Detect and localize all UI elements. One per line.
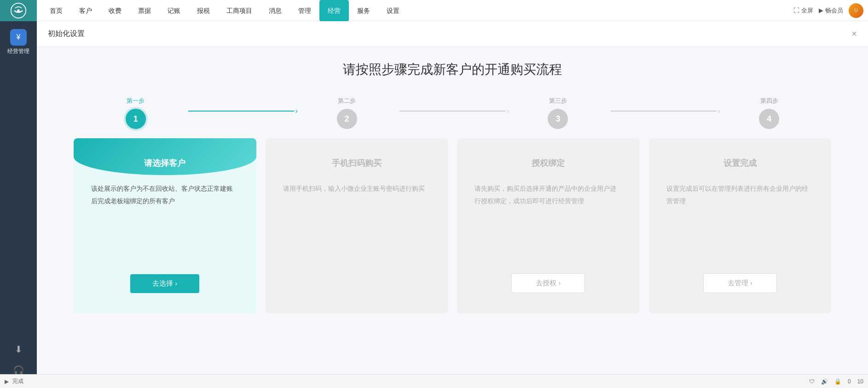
card-3-action: 去授权 › bbox=[468, 264, 629, 302]
play-icon: ▶ bbox=[819, 7, 823, 14]
sidebar: ¥ 经营管理 ⬇ 🎧 bbox=[0, 21, 37, 388]
shield-icon: 🛡 bbox=[809, 378, 815, 385]
cards-row: 请选择客户 该处展示的客户为不在回收站、客户状态正常建账后完成老板端绑定的所有客… bbox=[55, 138, 850, 313]
card-2-header: 手机扫码购买 bbox=[277, 149, 437, 175]
taskbar-left: ▶ 完成 bbox=[5, 377, 23, 385]
nav-item-fee[interactable]: 收费 bbox=[100, 0, 130, 21]
wizard-heading: 请按照步骤完成新客户的开通购买流程 bbox=[55, 61, 850, 78]
wizard-container: 请按照步骤完成新客户的开通购买流程 第一步 1 › 第二步 2 › bbox=[37, 47, 868, 327]
arrow-3: › bbox=[611, 111, 716, 112]
card-4-action: 去管理 › bbox=[660, 264, 821, 302]
wifi-label: 0 bbox=[848, 378, 851, 385]
nav-item-management[interactable]: 管理 bbox=[290, 0, 319, 21]
card-2: 手机扫码购买 请用手机扫码，输入小微企业主账号密码进行购买 bbox=[266, 138, 448, 313]
step-3-node: 第三步 3 bbox=[505, 97, 611, 129]
card-3: 授权绑定 请先购买，购买后选择开通的产品中的企业用户进行授权绑定，成功后即可进行… bbox=[457, 138, 640, 313]
nav-item-message[interactable]: 消息 bbox=[260, 0, 290, 21]
card-1-desc-area: 该处展示的客户为不在回收站、客户状态正常建账后完成老板端绑定的所有客户 bbox=[85, 175, 245, 265]
nav-item-tax[interactable]: 报税 bbox=[189, 0, 218, 21]
step-1-circle: 1 bbox=[126, 109, 146, 129]
step-3-label: 第三步 bbox=[549, 97, 567, 105]
steps-row: 第一步 1 › 第二步 2 › 第三步 bbox=[55, 97, 850, 129]
card-1-desc: 该处展示的客户为不在回收站、客户状态正常建账后完成老板端绑定的所有客户 bbox=[91, 182, 239, 207]
taskbar-play-icon: ▶ bbox=[5, 378, 9, 385]
user-avatar[interactable]: U bbox=[849, 3, 863, 18]
nav-item-settings[interactable]: 设置 bbox=[378, 0, 408, 21]
nav-item-operation[interactable]: 经营 bbox=[319, 0, 349, 21]
card-3-desc-area: 请先购买，购买后选择开通的产品中的企业用户进行授权绑定，成功后即可进行经营管理 bbox=[468, 175, 629, 264]
card-3-btn[interactable]: 去授权 › bbox=[511, 273, 585, 293]
app-logo bbox=[0, 0, 37, 21]
card-4-title: 设置完成 bbox=[723, 159, 757, 168]
step-2-label: 第二步 bbox=[338, 97, 356, 105]
card-1-btn[interactable]: 去选择 › bbox=[130, 274, 199, 293]
card-2-desc-area: 请用手机扫码，输入小微企业主账号密码进行购买 bbox=[277, 175, 437, 202]
fullscreen-btn[interactable]: ⛶ 全屏 bbox=[793, 6, 813, 15]
step-1-label: 第一步 bbox=[127, 97, 145, 105]
page-title: 初始化设置 bbox=[48, 29, 85, 39]
nav-item-accounting[interactable]: 记账 bbox=[159, 0, 189, 21]
step-3-circle: 3 bbox=[548, 109, 568, 129]
nav-right: ⛶ 全屏 ▶ 畅会员 U bbox=[793, 3, 863, 18]
nav-item-service[interactable]: 服务 bbox=[349, 0, 378, 21]
arrow-1: › bbox=[188, 111, 294, 112]
close-button[interactable]: × bbox=[851, 29, 857, 39]
step-2-node: 第二步 2 bbox=[294, 97, 399, 129]
sidebar-item-operation[interactable]: ¥ 经营管理 bbox=[0, 26, 37, 58]
card-3-desc: 请先购买，购买后选择开通的产品中的企业用户进行授权绑定，成功后即可进行经营管理 bbox=[475, 182, 622, 207]
step-4-node: 第四步 4 bbox=[717, 97, 822, 129]
step-4-circle: 4 bbox=[759, 109, 779, 129]
volume-icon: 🔊 bbox=[821, 378, 828, 385]
sidebar-bottom: ⬇ 🎧 bbox=[10, 341, 27, 379]
card-1-title: 请选择客户 bbox=[144, 159, 185, 168]
card-1: 请选择客户 该处展示的客户为不在回收站、客户状态正常建账后完成老板端绑定的所有客… bbox=[74, 138, 256, 313]
card-1-action: 去选择 › bbox=[85, 265, 245, 302]
download-icon[interactable]: ⬇ bbox=[10, 341, 27, 358]
card-2-title: 手机扫码购买 bbox=[332, 159, 382, 168]
arrow-2: › bbox=[399, 111, 505, 112]
taskbar-status: 完成 bbox=[12, 377, 23, 385]
card-4-btn[interactable]: 去管理 › bbox=[703, 273, 777, 293]
nav-item-invoice[interactable]: 票据 bbox=[130, 0, 159, 21]
card-4-header: 设置完成 bbox=[660, 149, 821, 175]
nav-items: 首页 客户 收费 票据 记账 报税 工商项目 消息 管理 经营 服务 设置 bbox=[41, 0, 793, 21]
card-4-desc: 设置完成后可以在管理列表进行所有企业用户的经营管理 bbox=[666, 182, 814, 207]
card-2-desc: 请用手机扫码，输入小微企业主账号密码进行购买 bbox=[283, 182, 431, 195]
nav-item-business[interactable]: 工商项目 bbox=[218, 0, 260, 21]
fullscreen-icon: ⛶ bbox=[793, 7, 799, 14]
card-4: 设置完成 设置完成后可以在管理列表进行所有企业用户的经营管理 去管理 › bbox=[649, 138, 832, 313]
main-content: 初始化设置 × 请按照步骤完成新客户的开通购买流程 第一步 1 › 第二步 2 bbox=[37, 21, 868, 388]
step-4-label: 第四步 bbox=[760, 97, 778, 105]
nav-item-customer[interactable]: 客户 bbox=[71, 0, 100, 21]
operation-icon: ¥ bbox=[10, 29, 27, 46]
card-4-desc-area: 设置完成后可以在管理列表进行所有企业用户的经营管理 bbox=[660, 175, 821, 264]
battery-label: 10 bbox=[857, 378, 863, 385]
nav-item-home[interactable]: 首页 bbox=[41, 0, 71, 21]
card-3-title: 授权绑定 bbox=[532, 159, 565, 168]
taskbar-right: 🛡 🔊 🔒 0 10 bbox=[809, 378, 863, 385]
lock-icon: 🔒 bbox=[834, 378, 841, 385]
step-2-circle: 2 bbox=[337, 109, 357, 129]
top-nav: 首页 客户 收费 票据 记账 报税 工商项目 消息 管理 经营 服务 设置 ⛶ … bbox=[37, 0, 868, 21]
vip-btn[interactable]: ▶ 畅会员 bbox=[819, 6, 843, 15]
step-1-node: 第一步 1 bbox=[83, 97, 188, 129]
svg-point-1 bbox=[17, 9, 19, 12]
taskbar: ▶ 完成 🛡 🔊 🔒 0 10 bbox=[0, 374, 868, 388]
page-header: 初始化设置 × bbox=[37, 21, 868, 47]
card-3-header: 授权绑定 bbox=[468, 149, 629, 175]
